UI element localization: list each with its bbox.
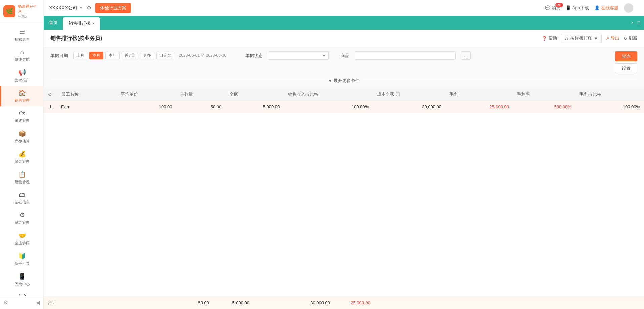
sidebar-item-system[interactable]: ⚙ 系统管理 (0, 208, 43, 228)
export-button[interactable]: ↗ 导出 (606, 35, 619, 41)
online-service-button[interactable]: 👤 在线客服 (594, 5, 618, 11)
print-button[interactable]: 🖨 按模板打印 ▼ (561, 34, 602, 43)
wechat-icon: 💬 (18, 293, 26, 296)
page-header: 销售排行榜(按业务员) ❓ 帮助 🖨 按模板打印 ▼ ↗ 导出 (44, 30, 644, 47)
date-btn-more[interactable]: 更多 (140, 52, 154, 59)
goods-input[interactable] (355, 51, 456, 60)
page: 销售排行榜(按业务员) ❓ 帮助 🖨 按模板打印 ▼ ↗ 导出 (44, 30, 644, 309)
logo-badge: 标准版 (18, 14, 40, 19)
export-icon: ↗ (606, 36, 609, 41)
marketing-icon: 📢 (18, 69, 26, 76)
tab-maximize-icon[interactable]: □ (637, 20, 640, 25)
cell-gross-pct: 100.00% (575, 101, 644, 113)
date-btn-custom[interactable]: 自定义 (156, 52, 174, 59)
expand-more-row: ▼ 展开更多条件 (50, 76, 637, 84)
sidebar-item-appstore[interactable]: 📱 应用中心 (0, 269, 43, 290)
table-header-row: ⚙ 员工名称 平均单价 主数量 全额 销售收入占比% 成本全额 ⓘ 毛利 毛利率 (44, 88, 644, 101)
date-btn-this-year[interactable]: 本年 (105, 52, 120, 59)
sidebar-item-cooperation[interactable]: 🤝 企业协同 (0, 228, 43, 249)
query-button[interactable]: 查询 (615, 51, 637, 61)
col-gross-pct: 毛利占比% (575, 88, 644, 101)
col-gross-rate: 毛利率 (513, 88, 575, 101)
sidebar-item-sales[interactable]: 🏠 销售管理 (0, 86, 43, 106)
date-btn-last-month[interactable]: 上月 (73, 52, 87, 59)
finance-icon: 💰 (18, 150, 26, 158)
tab-bar: 首页 销售排行榜 × × □ (44, 16, 644, 30)
cell-name: Eam (57, 101, 117, 113)
message-button[interactable]: 💬 消息 99+ (545, 5, 560, 11)
print-icon: 🖨 (565, 36, 569, 41)
sidebar-item-quick[interactable]: ⌂ 快捷导航 (0, 45, 43, 65)
filter-divider-right (362, 80, 637, 80)
settings-bottom-icon[interactable]: ⚙ (3, 299, 8, 306)
logo-text: 畅康通好生意 (18, 4, 40, 14)
cell-gross: -25,000.00 (445, 101, 513, 113)
filter-bar: 单据日期 上月 本月 本年 近7天 更多 自定义 2023-06-01 至 20… (44, 47, 644, 88)
page-content: 销售排行榜(按业务员) ❓ 帮助 🖨 按模板打印 ▼ ↗ 导出 (44, 30, 644, 309)
column-settings-icon[interactable]: ⚙ (48, 92, 52, 97)
company-arrow-icon: ▼ (79, 6, 83, 10)
col-gross: 毛利 (445, 88, 513, 101)
sidebar-item-marketing[interactable]: 📢 营销推广 (0, 65, 43, 86)
sidebar-item-finance[interactable]: 💰 资金管理 (0, 147, 43, 167)
cell-avg-price: 100.00 (117, 101, 176, 113)
status-select[interactable] (268, 51, 329, 60)
company-selector[interactable]: XXXXXX公司 ▼ (49, 5, 83, 11)
sidebar-item-basic[interactable]: 🗃 基础信息 (0, 188, 43, 208)
sidebar-item-guide[interactable]: 🔰 新手引导 (0, 249, 43, 269)
filter-row-date: 单据日期 上月 本月 本年 近7天 更多 自定义 2023-06-01 至 20… (50, 51, 608, 60)
tab-close-icon[interactable]: × (92, 21, 94, 25)
refresh-button[interactable]: ↻ 刷新 (624, 35, 637, 41)
tab-sales-ranking[interactable]: 销售排行榜 × (63, 17, 100, 30)
collapse-icon[interactable]: ◀ (36, 299, 40, 306)
filter-divider-left (50, 80, 325, 80)
date-btn-this-month[interactable]: 本月 (89, 52, 103, 59)
expand-icon: ▼ (328, 78, 332, 83)
col-cost: 成本全额 ⓘ (373, 88, 445, 101)
page-title: 销售排行榜(按业务员) (50, 35, 102, 42)
sidebar-item-operations[interactable]: 📋 经营管理 (0, 167, 43, 188)
help-icon: ❓ (542, 36, 547, 41)
service-icon: 👤 (594, 5, 600, 10)
logo-icon: 🌿 (3, 5, 15, 17)
sidebar-nav: ☰ 搜索菜单 ⌂ 快捷导航 📢 营销推广 🏠 销售管理 🛍 采购管理 📦 库存核… (0, 23, 43, 296)
cell-amount: 5,000.00 (225, 101, 284, 113)
cell-sales-pct: 100.00% (284, 101, 373, 113)
cell-cost: 30,000.00 (373, 101, 445, 113)
tab-minimize-icon[interactable]: × (631, 20, 634, 25)
footer-qty: 50.00 (175, 300, 209, 305)
avatar[interactable] (624, 3, 633, 13)
table-footer: 合计 50.00 5,000.00 30,000.00 -25,000.00 (44, 296, 644, 309)
settings-button[interactable]: 设置 (615, 63, 637, 73)
system-icon: ⚙ (19, 211, 25, 219)
page-actions: ❓ 帮助 🖨 按模板打印 ▼ ↗ 导出 ↻ 刷新 (542, 34, 637, 43)
col-qty: 主数量 (176, 88, 225, 101)
cell-gross-rate: -500.00% (513, 101, 575, 113)
table-container: ⚙ 员工名称 平均单价 主数量 全额 销售收入占比% 成本全额 ⓘ 毛利 毛利率 (44, 88, 644, 309)
sidebar-item-search[interactable]: ☰ 搜索菜单 (0, 25, 43, 45)
tab-home[interactable]: 首页 (44, 16, 63, 30)
sidebar-item-purchase[interactable]: 🛍 采购管理 (0, 106, 43, 126)
sidebar-item-inventory[interactable]: 📦 库存核算 (0, 126, 43, 147)
goods-ellipsis-button[interactable]: ... (461, 51, 471, 60)
trial-button[interactable]: 体验行业方案 (95, 3, 131, 13)
footer-amount: 5,000.00 (209, 300, 249, 305)
sidebar: 🌿 畅康通好生意 标准版 ☰ 搜索菜单 ⌂ 快捷导航 📢 营销推广 🏠 销售管理… (0, 0, 44, 309)
date-btn-7days[interactable]: 近7天 (122, 52, 138, 59)
sidebar-bottom: ⚙ ◀ (0, 296, 43, 309)
app-download-button[interactable]: 📱 App下载 (566, 5, 589, 11)
footer-gross: -25,000.00 (330, 300, 370, 305)
expand-more-button[interactable]: ▼ 展开更多条件 (328, 78, 360, 84)
data-table: ⚙ 员工名称 平均单价 主数量 全额 销售收入占比% 成本全额 ⓘ 毛利 毛利率 (44, 88, 644, 113)
help-button[interactable]: ❓ 帮助 (542, 35, 557, 41)
header-settings-icon[interactable]: ⚙ (87, 5, 91, 11)
tabs-right-actions: × □ (631, 20, 644, 25)
guide-icon: 🔰 (18, 252, 26, 260)
refresh-icon: ↻ (624, 36, 627, 41)
cell-rank: 1 (44, 101, 57, 113)
main-area: XXXXXX公司 ▼ ⚙ 体验行业方案 💬 消息 99+ 📱 App下载 👤 在… (44, 0, 644, 309)
sidebar-item-wechat[interactable]: 💬 企业微信 (0, 290, 43, 296)
header-right: 💬 消息 99+ 📱 App下载 👤 在线客服 (545, 3, 639, 13)
col-avg-price: 平均单价 (117, 88, 176, 101)
header: XXXXXX公司 ▼ ⚙ 体验行业方案 💬 消息 99+ 📱 App下载 👤 在… (44, 0, 644, 16)
